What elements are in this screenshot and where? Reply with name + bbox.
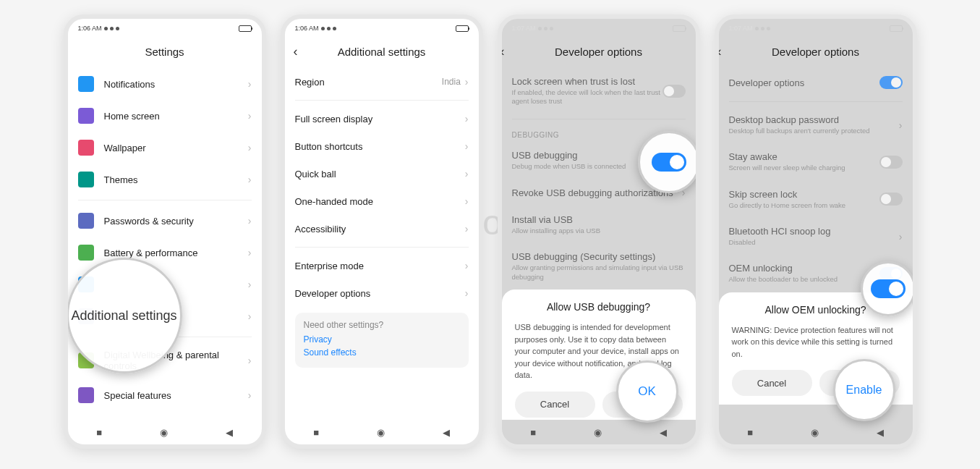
header: Settings <box>68 35 262 68</box>
nav-back-icon[interactable]: ◀ <box>660 427 667 438</box>
status-time: 1:06 AM <box>78 25 102 32</box>
page-title: Developer options <box>555 46 642 58</box>
list-item[interactable]: Passwords & security› <box>78 205 252 237</box>
status-time: 1:07 AM <box>512 25 536 32</box>
battery-icon <box>456 25 469 32</box>
cancel-button[interactable]: Cancel <box>515 392 595 418</box>
list-item[interactable]: Developer options <box>729 68 903 97</box>
link-privacy[interactable]: Privacy <box>304 334 460 345</box>
toggle-switch[interactable] <box>879 193 903 206</box>
list-item[interactable]: Bluetooth HCI snoop logDisabled› <box>729 218 903 255</box>
label: Wallpaper <box>104 143 248 153</box>
toggle-switch[interactable] <box>662 85 686 98</box>
settings-list[interactable]: Region India › Full screen display›Butto… <box>285 68 479 420</box>
list-item[interactable]: Skip screen lockGo directly to Home scre… <box>729 181 903 218</box>
chevron-right-icon: › <box>465 260 469 271</box>
chevron-right-icon: › <box>248 389 252 401</box>
list-item[interactable]: Install via USBAllow installing apps via… <box>512 206 686 243</box>
list-item[interactable]: Quick ball› <box>295 160 469 187</box>
chevron-right-icon: › <box>248 110 252 122</box>
highlight-usb-toggle <box>638 131 700 193</box>
page-title: Settings <box>145 46 184 58</box>
label: One-handed mode <box>295 196 465 207</box>
status-bar: 1:06 AM <box>285 19 479 35</box>
app-icon <box>78 387 94 403</box>
nav-home-icon[interactable]: ◉ <box>594 427 602 438</box>
list-item[interactable]: Developer options› <box>295 279 469 307</box>
list-item[interactable]: Desktop backup passwordDesktop full back… <box>729 106 903 143</box>
sublabel: Allow installing apps via USB <box>512 227 686 235</box>
nav-back-icon[interactable]: ◀ <box>877 427 884 438</box>
settings-list[interactable]: Notifications›Home screen›Wallpaper›Them… <box>68 68 262 420</box>
list-item[interactable]: Special features› <box>78 379 252 411</box>
highlight-enable-button: Enable <box>833 359 895 421</box>
cancel-button[interactable]: Cancel <box>732 370 812 396</box>
label: Stay awake <box>729 151 879 162</box>
toggle-on-icon <box>652 153 686 172</box>
highlight-oem-toggle <box>861 261 916 316</box>
toggle-switch[interactable] <box>879 76 903 89</box>
phone-developer-options-oem: 1:07 AM ‹ Developer options Developer op… <box>715 14 917 449</box>
nav-recent-icon[interactable]: ■ <box>313 427 319 438</box>
status-time: 1:07 AM <box>729 25 753 32</box>
list-item[interactable]: Notifications› <box>78 68 252 100</box>
nav-back-icon[interactable]: ◀ <box>226 427 233 438</box>
nav-home-icon[interactable]: ◉ <box>811 427 819 438</box>
app-icon <box>78 140 94 156</box>
list-item[interactable]: Enterprise mode› <box>295 252 469 279</box>
app-icon <box>78 172 94 187</box>
highlight-additional-settings: Additional settings <box>67 258 182 373</box>
nav-home-icon[interactable]: ◉ <box>377 427 385 438</box>
label: Developer options <box>729 77 879 88</box>
label: Accessibility <box>295 224 465 234</box>
list-item[interactable]: Themes› <box>78 164 252 195</box>
row-region[interactable]: Region India › <box>295 68 469 96</box>
nav-home-icon[interactable]: ◉ <box>160 427 168 438</box>
nav-recent-icon[interactable]: ■ <box>747 427 753 438</box>
label: Skip screen lock <box>729 189 879 200</box>
list-item[interactable]: Wallpaper› <box>78 132 252 164</box>
chevron-right-icon: › <box>248 355 252 366</box>
app-icon <box>78 108 94 124</box>
chevron-right-icon: › <box>465 113 469 124</box>
nav-back-icon[interactable]: ◀ <box>443 427 450 438</box>
label: Special features <box>104 390 248 401</box>
list-item[interactable]: Lock screen when trust is lostIf enabled… <box>512 68 686 114</box>
chevron-right-icon: › <box>248 279 252 290</box>
divider <box>295 100 469 101</box>
card-heading: Need other settings? <box>304 320 460 330</box>
chevron-right-icon: › <box>465 223 469 234</box>
back-button[interactable]: ‹ <box>294 44 298 59</box>
chevron-right-icon: › <box>248 78 252 90</box>
nav-bar[interactable]: ■◉◀ <box>719 420 913 444</box>
back-button[interactable]: ‹ <box>500 44 505 59</box>
nav-recent-icon[interactable]: ■ <box>96 427 102 438</box>
label: Quick ball <box>295 169 465 179</box>
list-item[interactable]: Full screen display› <box>295 105 469 132</box>
card-other-settings: Need other settings? Privacy Sound effec… <box>295 313 469 368</box>
value: India <box>442 77 461 87</box>
back-button[interactable]: ‹ <box>717 44 722 59</box>
link-sound-effects[interactable]: Sound effects <box>304 347 460 358</box>
chevron-right-icon: › <box>248 174 252 185</box>
toggle-on-icon <box>871 279 906 298</box>
sublabel: Desktop full backups aren't currently pr… <box>729 127 899 135</box>
list-item[interactable]: Stay awakeScreen will never sleep while … <box>729 143 903 180</box>
label: Enterprise mode <box>295 261 465 271</box>
list-item[interactable]: Button shortcuts› <box>295 132 469 160</box>
battery-icon <box>890 25 903 32</box>
toggle-switch[interactable] <box>879 156 903 169</box>
battery-icon <box>239 25 252 32</box>
list-item[interactable]: USB debugging (Security settings)Allow g… <box>512 243 686 290</box>
label: OEM unlocking <box>729 263 879 274</box>
phone-settings: 1:06 AM Settings Notifications›Home scre… <box>64 14 266 449</box>
nav-bar[interactable]: ■◉◀ <box>502 420 696 444</box>
list-item[interactable]: Accessibility› <box>295 215 469 242</box>
nav-recent-icon[interactable]: ■ <box>530 427 536 438</box>
sublabel: Allow the bootloader to be unlocked <box>729 275 879 284</box>
nav-bar[interactable]: ■◉◀ <box>68 420 262 444</box>
nav-bar[interactable]: ■◉◀ <box>285 420 479 444</box>
list-item[interactable]: Home screen› <box>78 100 252 132</box>
chevron-right-icon: › <box>465 287 469 299</box>
list-item[interactable]: One-handed mode› <box>295 187 469 215</box>
